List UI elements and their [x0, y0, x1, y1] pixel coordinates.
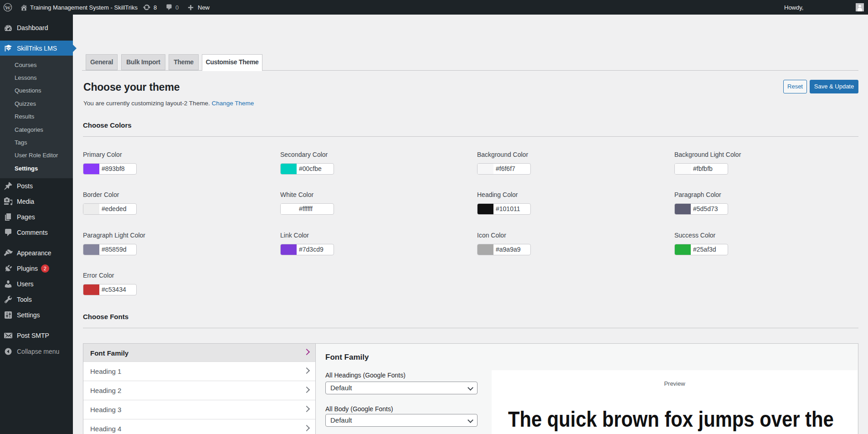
svg-text:W: W: [5, 4, 11, 11]
